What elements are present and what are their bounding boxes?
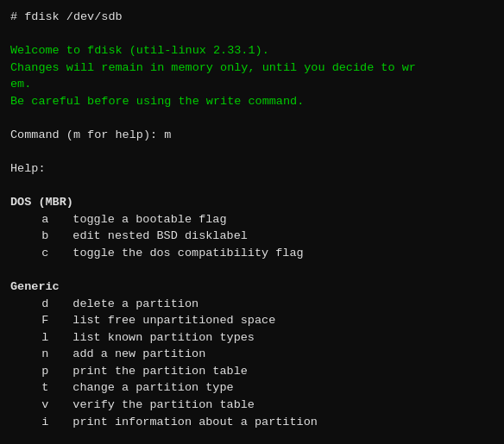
blank-line-1 <box>10 26 494 43</box>
generic-cmd-p-letter: p <box>28 363 52 380</box>
generic-cmd-p-desc: print the partition table <box>52 363 248 380</box>
generic-cmd-i: i print information about a partition <box>10 414 494 431</box>
blank-line-3 <box>10 144 494 161</box>
generic-cmd-i-letter: i <box>28 414 52 431</box>
blank-line-4 <box>10 178 494 195</box>
welcome-line-2: Changes will remain in memory only, unti… <box>10 59 494 77</box>
generic-cmd-t: t change a partition type <box>10 379 494 397</box>
warning-line: Be careful before using the write comman… <box>10 93 494 110</box>
dos-cmd-a: a toggle a bootable flag <box>10 211 494 228</box>
blank-line-5 <box>10 261 494 278</box>
generic-cmd-n: n add a new partition <box>10 346 494 363</box>
help-label: Help: <box>10 160 494 178</box>
generic-cmd-d: d delete a partition <box>10 296 494 313</box>
welcome-line-1: Welcome to fdisk (util-linux 2.33.1). <box>10 42 494 59</box>
dos-cmd-b-letter: b <box>28 228 52 245</box>
dos-cmd-c-letter: c <box>28 245 52 262</box>
generic-cmd-d-desc: delete a partition <box>52 296 198 313</box>
terminal: # fdisk /dev/sdb Welcome to fdisk (util-… <box>0 0 504 444</box>
blank-line-2 <box>10 109 494 127</box>
generic-cmd-F-desc: list free unpartitioned space <box>52 312 275 329</box>
dos-cmd-b: b edit nested BSD disklabel <box>10 228 494 245</box>
generic-cmd-v-letter: v <box>28 397 52 414</box>
generic-cmd-t-letter: t <box>28 379 52 397</box>
dos-cmd-c-desc: toggle the dos compatibility flag <box>52 245 304 262</box>
generic-cmd-F-letter: F <box>28 312 52 329</box>
generic-cmd-l: l list known partition types <box>10 329 494 347</box>
dos-cmd-a-letter: a <box>28 211 52 228</box>
generic-cmd-p: p print the partition table <box>10 363 494 380</box>
generic-cmd-l-letter: l <box>28 329 52 347</box>
generic-cmd-t-desc: change a partition type <box>52 379 234 397</box>
dos-cmd-a-desc: toggle a bootable flag <box>52 211 227 228</box>
command-input-line: Command (m for help): m <box>10 127 494 144</box>
dos-header: DOS (MBR) <box>10 194 494 211</box>
dos-cmd-b-desc: edit nested BSD disklabel <box>52 228 248 245</box>
generic-cmd-l-desc: list known partition types <box>52 329 255 347</box>
generic-cmd-v-desc: verify the partition table <box>52 397 255 414</box>
dos-cmd-c: c toggle the dos compatibility flag <box>10 245 494 262</box>
generic-cmd-v: v verify the partition table <box>10 397 494 414</box>
generic-cmd-d-letter: d <box>28 296 52 313</box>
welcome-line-3: em. <box>10 76 494 93</box>
generic-header: Generic <box>10 278 494 296</box>
generic-cmd-i-desc: print information about a partition <box>52 414 318 431</box>
generic-cmd-F: F list free unpartitioned space <box>10 312 494 329</box>
generic-cmd-n-desc: add a new partition <box>52 346 205 363</box>
prompt-line: # fdisk /dev/sdb <box>10 9 494 26</box>
generic-cmd-n-letter: n <box>28 346 52 363</box>
